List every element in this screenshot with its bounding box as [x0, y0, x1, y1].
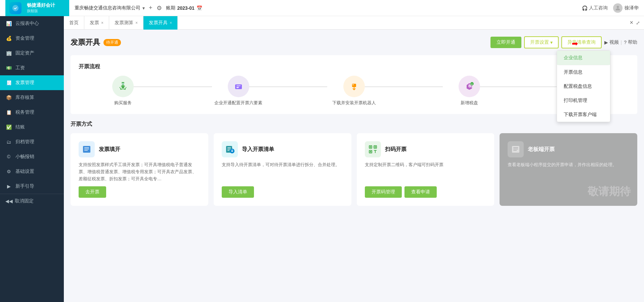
dropdown-item-printer[interactable]: 打印机管理	[557, 93, 610, 108]
calendar-icon[interactable]: 📅	[197, 5, 202, 11]
sidebar-label-payroll: 工资	[15, 65, 25, 71]
sidebar-item-fund[interactable]: 💰 资金管理	[0, 31, 64, 46]
user-profile[interactable]: 徐泽华	[613, 3, 639, 13]
settings-label: 开票设置	[530, 39, 549, 45]
dropdown-item-tax-config[interactable]: 配置税盘信息	[557, 79, 610, 93]
avatar	[613, 3, 622, 13]
sidebar-label-fund: 资金管理	[15, 35, 34, 41]
settings-dropdown-menu: ➡ 企业信息 开票信息 配置税盘信息 打印机管理 下载开票客户端	[557, 50, 610, 122]
settings-button[interactable]: 开票设置 ▾	[524, 36, 559, 48]
svg-point-0	[12, 5, 18, 11]
tab-invoice-close[interactable]: ×	[101, 21, 103, 25]
method-card-import: 导入开票清单 支持导入待开票清单，可对待开票清单进行拆分、合并处理。 导入清单	[214, 133, 351, 206]
tab-invoice-calc-close[interactable]: ×	[135, 21, 138, 25]
guide-icon: ▶	[5, 183, 12, 190]
sidebar-item-inventory[interactable]: 📦 库存核算	[0, 90, 64, 105]
import-invoice-button[interactable]: 导入清单	[222, 186, 254, 198]
sidebar-item-payroll[interactable]: 💵 工资	[0, 61, 64, 75]
play-icon: ▶	[604, 40, 608, 45]
boss-invoice-icon	[508, 141, 524, 157]
sidebar-label-tax: 税务管理	[15, 109, 34, 115]
sidebar-item-archive[interactable]: 🗂 归档管理	[0, 135, 64, 149]
app-logo	[9, 2, 22, 14]
company-selector[interactable]: 重庆畅捷交通信息咨询有限公司 ▾	[75, 5, 145, 11]
svg-point-1	[617, 6, 619, 8]
company-name: 重庆畅捷交通信息咨询有限公司	[75, 5, 140, 11]
step-icon-add-tax: 税 +	[459, 76, 480, 97]
add-company-icon[interactable]: +	[149, 4, 153, 11]
sidebar-item-fixed-assets[interactable]: 🏢 固定资产	[0, 46, 64, 61]
flow-step-buy: + 购买服务	[79, 76, 167, 106]
headset-icon: 🎧	[582, 5, 588, 11]
video-label: 视频	[609, 39, 619, 45]
methods-section-title: 开票方式	[71, 121, 637, 128]
dropdown-item-company-info[interactable]: 企业信息	[557, 51, 610, 65]
step-icon-buy: +	[112, 76, 134, 97]
svg-rect-47	[512, 146, 519, 153]
step-label-add-tax: 新增税盘	[461, 100, 478, 106]
sidebar-item-cloud-report[interactable]: 📊 云报表中心	[0, 16, 64, 31]
settings-icon[interactable]: ⚙	[157, 4, 162, 12]
question-icon: ?	[624, 40, 627, 45]
method-card-manual: 发票填开 支持按照发票样式手工填开发票；可开具增值税电子普通发票、增值税普通发票…	[71, 133, 208, 206]
tax-icon: 📋	[5, 109, 12, 116]
tab-invoice[interactable]: 发票 ×	[84, 16, 109, 30]
tab-invoice-open[interactable]: 发票开具 ×	[143, 16, 178, 30]
boss-invoice-title: 老板端开票	[528, 146, 555, 153]
user-name: 徐泽华	[625, 5, 639, 11]
sidebar-label-settings: 基础设置	[15, 168, 34, 175]
app-edition: 旗舰版	[27, 8, 55, 13]
dropdown-item-download-client[interactable]: 下载开票客户端	[557, 108, 610, 122]
scan-view-apply-button[interactable]: 查看申请	[404, 186, 437, 198]
tab-invoice-calc[interactable]: 发票测算 ×	[109, 16, 143, 30]
activate-button[interactable]: 立即开通	[490, 37, 521, 48]
tab-invoice-calc-label: 发票测算	[115, 20, 133, 26]
flow-step-add-tax: 税 + 新增税盘	[425, 76, 514, 106]
manual-invoice-title: 发票填开	[99, 146, 120, 153]
import-invoice-icon	[222, 141, 238, 157]
dropdown-item-invoice-info[interactable]: 开票信息	[557, 65, 610, 79]
sidebar-label-archive: 归档管理	[15, 139, 34, 145]
sidebar-label-report: 小畅报销	[15, 154, 34, 160]
coming-soon-watermark: 敬请期待	[588, 184, 631, 199]
svg-rect-43	[375, 146, 376, 148]
period-label: 账期	[166, 5, 175, 11]
sidebar-item-invoice[interactable]: 🧾 发票管理	[0, 75, 64, 90]
flow-step-config: 企业开通配置开票六要素	[194, 76, 283, 106]
tab-invoice-open-close[interactable]: ×	[170, 21, 172, 25]
flow-step-download: 下载并安装开票机器人	[309, 76, 398, 106]
svg-rect-44	[370, 151, 371, 152]
tab-home[interactable]: 首页	[64, 16, 84, 30]
red-arrow-indicator: ➡	[572, 39, 578, 48]
service-button[interactable]: 🎧 人工咨询	[582, 5, 608, 11]
step-label-config: 企业开通配置开票六要素	[214, 100, 262, 106]
sidebar-item-guide[interactable]: ▶ 新手引导	[0, 179, 64, 194]
svg-rect-16	[352, 84, 356, 87]
flow-steps: + 购买服务	[79, 76, 629, 106]
status-badge: 待开通	[103, 39, 121, 46]
sidebar-label-inventory: 库存核算	[15, 95, 34, 101]
page-content: 发票开具 待开通 立即开通 开票设置 ▾ 异常清单查询 ▶ 视频	[64, 30, 644, 302]
sidebar-item-accounting[interactable]: ✅ 结账	[0, 120, 64, 135]
sidebar-item-settings[interactable]: ⚙ 基础设置	[0, 164, 64, 179]
import-invoice-desc: 支持导入待开票清单，可对待开票清单进行拆分、合并处理。	[222, 161, 343, 182]
tab-bar: 首页 发票 × 发票测算 × 发票开具 × × ⤢	[64, 16, 644, 30]
methods-grid: 发票填开 支持按照发票样式手工填开发票；可开具增值税电子普通发票、增值税普通发票…	[71, 133, 637, 206]
video-button[interactable]: ▶ 视频 | ? 帮助	[604, 39, 637, 45]
sidebar: 📊 云报表中心 💰 资金管理 🏢 固定资产 💵 工资 🧾 发票管理 📦	[0, 16, 64, 302]
svg-rect-29	[83, 146, 90, 153]
scan-qr-manage-button[interactable]: 开票码管理	[365, 186, 402, 198]
check-icon: ✅	[5, 124, 12, 130]
sidebar-item-tax[interactable]: 📋 税务管理	[0, 105, 64, 120]
window-close-button[interactable]: ×	[630, 19, 633, 26]
sidebar-item-report[interactable]: © 小畅报销	[0, 149, 64, 164]
method-card-scan: 扫码开票 支持定制开票二维码，客户端可扫码开票 开票码管理 查看申请	[357, 133, 495, 206]
header-actions: 立即开通 开票设置 ▾ 异常清单查询 ▶ 视频 | ? 帮助	[490, 36, 637, 48]
report-icon: ©	[5, 153, 12, 160]
svg-text:+: +	[471, 83, 473, 86]
abnormal-button[interactable]: 异常清单查询	[561, 36, 602, 48]
manual-invoice-button[interactable]: 去开票	[79, 186, 106, 198]
sidebar-label-accounting: 结账	[15, 124, 25, 130]
sidebar-collapse-button[interactable]: ◀◀ 取消固定	[0, 194, 64, 208]
window-maximize-button[interactable]: ⤢	[636, 20, 640, 26]
